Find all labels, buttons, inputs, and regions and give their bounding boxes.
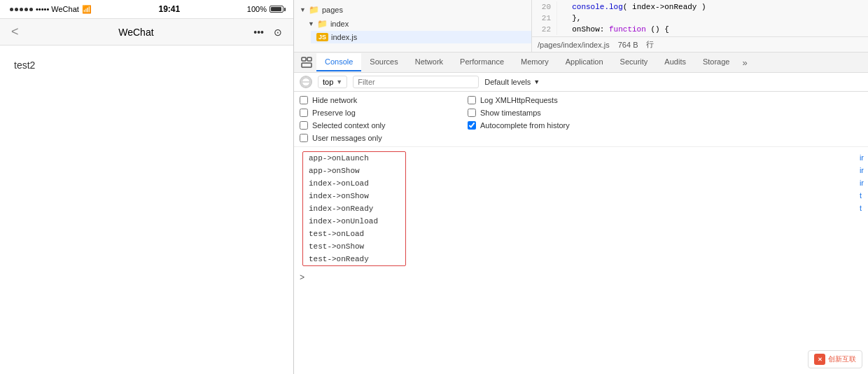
settings-right-col: Log XMLHttpRequests Show timestamps Auto…	[468, 95, 608, 144]
code-lines: 20 21 22 console.log( index->onReady ) }…	[532, 0, 868, 36]
console-right-links: ir ir ir t t	[855, 151, 868, 214]
devtools-header: ▼ 📁 pages ▼ 📁 index JS index.js 20 21 22	[294, 0, 868, 53]
file-path-bar: /pages/index/index.js 764 B 行	[532, 36, 868, 52]
phone-status-bar: ••••• WeChat 📶 19:41 100%	[0, 0, 293, 19]
selected-context-checkbox[interactable]	[300, 121, 308, 130]
line-numbers: 20 21 22	[532, 1, 557, 35]
more-tabs-button[interactable]: »	[738, 53, 751, 72]
clear-console-button[interactable]	[300, 76, 312, 88]
tab-security[interactable]: Security	[612, 53, 657, 71]
more-icon[interactable]: •••	[253, 27, 264, 38]
console-link-4[interactable]: t	[855, 202, 868, 214]
log-xml-row: Log XMLHttpRequests	[468, 95, 608, 106]
autocomplete-checkbox[interactable]	[468, 121, 476, 130]
tab-sources[interactable]: Sources	[361, 53, 406, 71]
context-caret-icon: ▼	[336, 78, 342, 85]
code-line-20: console.log( index->onReady )	[563, 1, 862, 13]
prompt-symbol: >	[300, 273, 304, 283]
file-path-label: /pages/index/index.js	[538, 41, 610, 49]
line-num-20: 20	[538, 1, 551, 13]
console-link-0[interactable]: ir	[855, 151, 868, 164]
autocomplete-item-7[interactable]: test->onShow	[303, 240, 405, 253]
file-tree-pages[interactable]: ▼ 📁 pages	[294, 3, 531, 17]
autocomplete-item-1[interactable]: app->onShow	[303, 165, 405, 177]
folder-icon-2: 📁	[317, 19, 328, 29]
test-label: test2	[14, 60, 35, 71]
folder-icon: 📁	[309, 5, 319, 15]
battery-pct-label: 100%	[247, 5, 267, 13]
battery-icon	[270, 6, 284, 13]
tab-application[interactable]: Application	[557, 53, 612, 71]
autocomplete-item-6[interactable]: test->onLoad	[303, 228, 405, 240]
console-link-2[interactable]: ir	[855, 176, 868, 189]
index-js-label: index.js	[331, 33, 357, 41]
log-xml-label: Log XMLHttpRequests	[480, 96, 558, 104]
console-log: console.log	[572, 3, 623, 11]
autocomplete-row: Autocomplete from history	[468, 120, 608, 131]
tab-memory[interactable]: Memory	[512, 53, 557, 71]
autocomplete-label: Autocomplete from history	[480, 121, 570, 130]
console-settings: Hide network Preserve log Selected conte…	[294, 92, 868, 147]
js-badge: JS	[316, 33, 328, 41]
context-selector[interactable]: top ▼	[318, 76, 347, 88]
console-link-1[interactable]: ir	[855, 164, 868, 176]
file-tree-section: ▼ 📁 pages ▼ 📁 index JS index.js	[294, 0, 532, 52]
show-timestamps-checkbox[interactable]	[468, 109, 476, 117]
user-messages-row: User messages only	[300, 132, 440, 144]
phone-status-left: ••••• WeChat 📶	[10, 5, 92, 14]
dot-4	[24, 8, 28, 11]
watermark: ✕ 创新互联	[808, 350, 862, 368]
tab-audits[interactable]: Audits	[656, 53, 694, 71]
watermark-text: 创新互联	[828, 354, 856, 364]
phone-simulator: ••••• WeChat 📶 19:41 100% < WeChat ••• ⊙…	[0, 0, 294, 374]
selected-context-label: Selected context only	[312, 121, 386, 130]
tab-network[interactable]: Network	[407, 53, 451, 71]
filter-input[interactable]	[353, 76, 479, 88]
back-icon[interactable]: <	[11, 25, 19, 39]
file-tree-index-js[interactable]: JS index.js	[311, 31, 531, 43]
triangle-icon-2: ▼	[308, 20, 314, 27]
svg-rect-1	[302, 63, 312, 67]
context-value: top	[323, 78, 333, 86]
console-prompt-row: >	[294, 270, 868, 286]
user-messages-label: User messages only	[312, 134, 382, 142]
settings-left-col: Hide network Preserve log Selected conte…	[300, 95, 440, 144]
target-icon[interactable]: ⊙	[274, 27, 282, 38]
tab-storage[interactable]: Storage	[694, 53, 738, 71]
carrier-label: ••••• WeChat	[36, 5, 79, 13]
wifi-icon: 📶	[82, 5, 92, 14]
file-tree-index-folder[interactable]: ▼ 📁 index	[302, 17, 531, 31]
log-xml-checkbox[interactable]	[468, 96, 476, 104]
dot-5	[29, 8, 33, 11]
battery-fill	[271, 7, 281, 11]
default-levels-button[interactable]: Default levels ▼	[484, 78, 540, 86]
watermark-logo: ✕	[814, 354, 825, 365]
console-output[interactable]: app->onLaunch app->onShow index->onLoad …	[294, 147, 868, 374]
devtools-panel: ▼ 📁 pages ▼ 📁 index JS index.js 20 21 22	[294, 0, 868, 374]
autocomplete-dropdown[interactable]: app->onLaunch app->onShow index->onLoad …	[302, 151, 406, 266]
autocomplete-item-8[interactable]: test->onReady	[303, 253, 405, 265]
code-line-21: },	[563, 13, 862, 24]
inspector-button[interactable]	[297, 53, 316, 72]
autocomplete-item-0[interactable]: app->onLaunch	[303, 152, 405, 165]
autocomplete-item-3[interactable]: index->onShow	[303, 190, 405, 202]
tab-performance[interactable]: Performance	[451, 53, 512, 71]
file-size-label: 764 B	[618, 41, 638, 49]
function-keyword: function	[609, 25, 646, 34]
hide-network-checkbox[interactable]	[300, 96, 308, 104]
svg-rect-0	[302, 57, 306, 61]
preserve-log-label: Preserve log	[312, 109, 356, 117]
preserve-log-row: Preserve log	[300, 107, 440, 118]
preserve-log-checkbox[interactable]	[300, 109, 308, 117]
hide-network-row: Hide network	[300, 95, 440, 106]
line-num-22: 22	[538, 24, 551, 35]
console-link-3[interactable]: t	[855, 189, 868, 202]
dot-3	[20, 8, 23, 11]
tab-console[interactable]: Console	[316, 53, 361, 71]
autocomplete-item-2[interactable]: index->onLoad	[303, 177, 405, 190]
user-messages-checkbox[interactable]	[300, 134, 308, 142]
code-content: console.log( index->onReady ) }, onShow:…	[557, 1, 868, 35]
autocomplete-item-4[interactable]: index->onReady	[303, 202, 405, 215]
index-folder-label: index	[330, 20, 349, 28]
autocomplete-item-5[interactable]: index->onUnload	[303, 215, 405, 228]
